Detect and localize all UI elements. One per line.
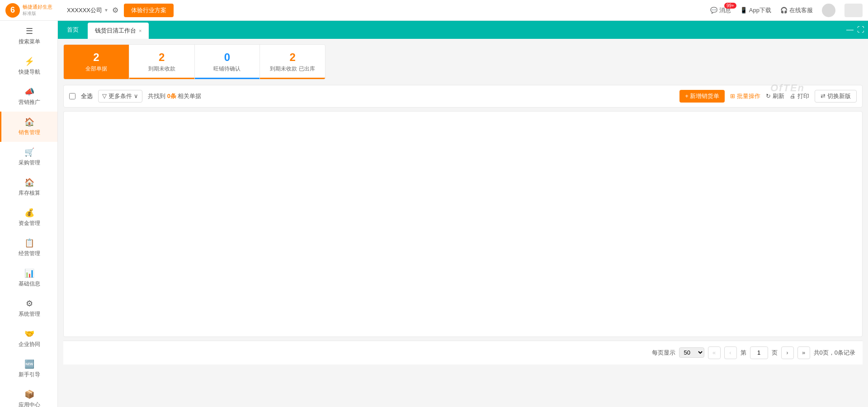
toolbar-right: + 新增销货单 ⊞ 批量操作 ↻ 刷新 🖨 打印 ⇄ 切换新版 (679, 90, 857, 103)
next-page-button[interactable]: › (781, 346, 794, 359)
purchase-icon: 🛒 (24, 147, 34, 157)
switch-version-button[interactable]: ⇄ 切换新版 (815, 90, 857, 103)
tabbar-minimize-button[interactable]: — (846, 26, 854, 34)
sidebar-item-search-menu[interactable]: ☰ 搜索菜单 (0, 21, 57, 51)
sidebar-item-corp-coop[interactable]: 🤝 企业协同 (0, 323, 57, 354)
settings-icon[interactable]: ⚙ (112, 6, 118, 14)
pagination: 每页显示 50 20 100 200 « ‹ 第 页 › » 共0页，0条记录 (63, 341, 863, 365)
filter-button[interactable]: ▽ 更多条件 ∨ (98, 90, 142, 103)
sidebar-item-system[interactable]: ⚙ 系统管理 (0, 293, 57, 323)
sidebar-item-new-guide[interactable]: 🆕 新手引导 (0, 354, 57, 384)
finance-icon: 💰 (24, 208, 34, 218)
sidebar-item-quick-nav[interactable]: ⚡ 快捷导航 (0, 51, 57, 81)
sidebar-item-app-center[interactable]: 📦 应用中心 (0, 384, 57, 407)
app-download-icon: 📱 (740, 7, 747, 14)
logo-icon: 6 (5, 3, 20, 18)
inventory-icon: 🏠 (24, 178, 34, 187)
app-header: 6 畅捷通好生意 标准版 XXXXXX公司 ▼ ⚙ 体验行业方案 💬 消息 99… (0, 0, 868, 21)
sidebar-item-label: 企业协同 (19, 341, 40, 348)
logo-sub: 标准版 (23, 10, 52, 17)
refresh-button[interactable]: ↻ 刷新 (766, 92, 784, 100)
print-button[interactable]: 🖨 打印 (790, 92, 809, 100)
user-info-panel[interactable] (844, 4, 863, 17)
avatar[interactable] (822, 4, 835, 17)
tabbar-maximize-button[interactable]: ⛶ (857, 26, 864, 34)
total-label: 共0页，0条记录 (814, 349, 855, 357)
trial-button[interactable]: 体验行业方案 (124, 4, 174, 17)
toolbar-left: 全选 ▽ 更多条件 ∨ 共找到 0条 相关单据 (69, 90, 674, 103)
sidebar-item-label: 快捷导航 (19, 68, 40, 76)
sidebar-item-label: 营销推广 (19, 98, 40, 106)
filter-label: 更多条件 (108, 92, 132, 100)
sidebar-item-label: 采购管理 (19, 159, 40, 167)
select-all-label: 全选 (81, 92, 93, 100)
sidebar-item-label: 应用中心 (19, 401, 40, 407)
stat-underline-wangpu (195, 78, 260, 79)
stat-card-overdue-out[interactable]: 2 到期未收款 已出库 (260, 45, 325, 79)
tab-label: 钱货日清工作台 (95, 27, 136, 35)
stat-card-wangpu[interactable]: 0 旺铺待确认 (195, 45, 260, 79)
switch-icon: ⇄ (821, 93, 826, 99)
stat-num-all: 2 (73, 51, 120, 64)
operations-icon: 📋 (24, 238, 34, 248)
page-label: 第 (741, 349, 746, 357)
add-sale-button[interactable]: + 新增销货单 (679, 90, 725, 103)
tab-home[interactable]: 首页 (58, 21, 88, 39)
sidebar-item-label: 资金管理 (19, 220, 40, 227)
content-area (63, 111, 863, 337)
batch-operation-button[interactable]: ⊞ 批量操作 (730, 92, 760, 100)
first-page-button[interactable]: « (708, 346, 721, 359)
search-menu-icon: ☰ (26, 26, 33, 36)
message-button[interactable]: 💬 消息 99+ (710, 6, 731, 14)
filter-icon: ▽ (102, 93, 107, 99)
base-info-icon: 📊 (24, 268, 34, 278)
page-input[interactable] (750, 346, 768, 359)
sidebar-item-sales[interactable]: 🏠 销售管理 (0, 112, 57, 142)
sidebar-item-label: 搜索菜单 (19, 38, 40, 46)
tabbar-right: — ⛶ (846, 26, 868, 34)
online-service-button[interactable]: 🎧 在线客服 (780, 6, 813, 14)
refresh-icon: ↻ (766, 93, 771, 99)
stat-underline-overdue (129, 78, 194, 79)
sidebar-item-finance[interactable]: 💰 资金管理 (0, 202, 57, 233)
stat-card-overdue[interactable]: 2 到期未收款 (129, 45, 195, 79)
company-name: XXXXXX公司 (67, 6, 102, 14)
stat-num-overdue-out: 2 (269, 51, 316, 64)
sidebar-item-purchase[interactable]: 🛒 采购管理 (0, 142, 57, 172)
found-text: 共找到 0条 相关单据 (148, 92, 201, 100)
sidebar-item-label: 库存核算 (19, 189, 40, 197)
tab-close-icon[interactable]: × (139, 28, 142, 33)
sidebar-item-label: 经营管理 (19, 250, 40, 257)
stats-row: 2 全部单据 2 到期未收款 0 旺铺待确认 2 到期未收款 已出库 (63, 44, 326, 80)
sidebar-item-marketing[interactable]: 📣 营销推广 (0, 81, 57, 112)
stat-label-all: 全部单据 (73, 65, 120, 73)
stat-num-wangpu: 0 (204, 51, 251, 64)
select-all-checkbox[interactable] (69, 93, 75, 99)
stat-num-overdue: 2 (138, 51, 185, 64)
stat-card-all[interactable]: 2 全部单据 (64, 45, 129, 79)
app-download-button[interactable]: 📱 App下载 (740, 6, 771, 14)
batch-icon: ⊞ (730, 93, 735, 99)
logo-area: 6 畅捷通好生意 标准版 (5, 3, 63, 18)
online-service-label: 在线客服 (789, 6, 813, 14)
tabbar: 首页 钱货日清工作台 × — ⛶ (58, 21, 868, 39)
company-selector[interactable]: XXXXXX公司 ▼ (67, 6, 108, 14)
marketing-icon: 📣 (24, 87, 34, 97)
online-service-icon: 🎧 (780, 7, 788, 14)
tab-active[interactable]: 钱货日清工作台 × (88, 23, 149, 39)
last-page-button[interactable]: » (797, 346, 810, 359)
message-icon: 💬 (710, 7, 717, 14)
stat-underline-overdue-out (260, 78, 325, 79)
message-badge: 99+ (724, 3, 736, 9)
app-download-label: App下载 (749, 6, 771, 14)
new-guide-icon: 🆕 (24, 359, 34, 369)
sidebar-item-base-info[interactable]: 📊 基础信息 (0, 263, 57, 293)
sidebar-item-inventory[interactable]: 🏠 库存核算 (0, 172, 57, 202)
page-size-select[interactable]: 50 20 100 200 (679, 347, 704, 358)
prev-page-button[interactable]: ‹ (724, 346, 737, 359)
sidebar-item-operations[interactable]: 📋 经营管理 (0, 233, 57, 263)
filter-chevron-icon: ∨ (134, 93, 138, 99)
chevron-down-icon: ▼ (104, 8, 108, 13)
main-content: 2 全部单据 2 到期未收款 0 旺铺待确认 2 到期未收款 已出库 全选 ▽ … (58, 39, 868, 407)
app-center-icon: 📦 (24, 389, 34, 399)
